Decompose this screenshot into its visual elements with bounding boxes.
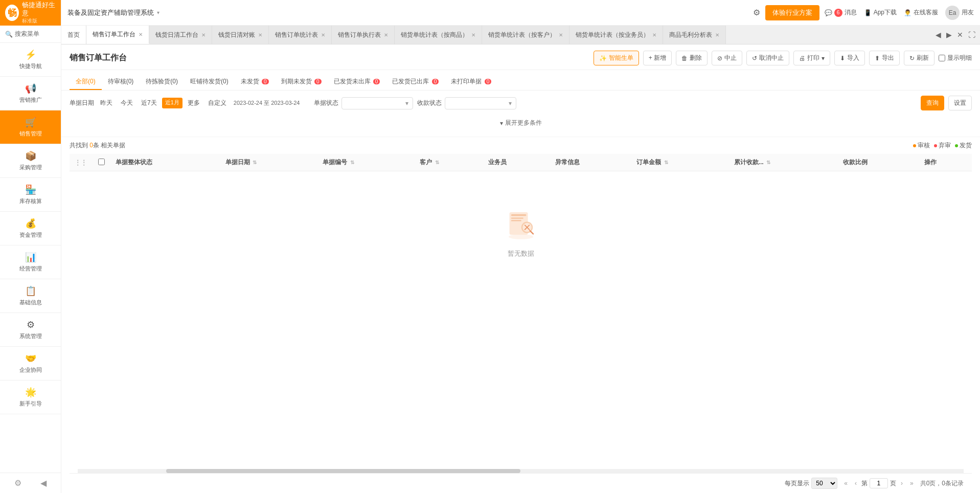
sidebar-item-finance[interactable]: 💰 资金管理: [0, 212, 61, 245]
show-detail-input[interactable]: [939, 55, 945, 61]
subtab-shipped-not-out[interactable]: 已发货未出库 0: [328, 74, 386, 90]
cancel-stop-button[interactable]: ↺ 取消中止: [746, 51, 789, 65]
settings-bottom-icon[interactable]: ⚙: [14, 478, 21, 488]
stop-button[interactable]: ⊘ 中止: [712, 51, 742, 65]
col-amount[interactable]: 订单金额 ⇅: [631, 154, 728, 171]
subtab-pending-check[interactable]: 待拣验货(0): [140, 74, 184, 90]
first-page-btn[interactable]: «: [841, 479, 850, 488]
date-opt-more[interactable]: 更多: [185, 98, 203, 108]
ai-generate-button[interactable]: ✨ 智能生单: [594, 51, 639, 65]
print-button[interactable]: 🖨 打印 ▾: [793, 51, 830, 65]
service-icon: 👨‍💼: [904, 9, 911, 16]
tab-cash-daily[interactable]: 钱货日清工作台 ✕: [149, 26, 212, 44]
show-detail-checkbox[interactable]: 显示明细: [939, 54, 972, 62]
col-accumulated[interactable]: 累计收款... ⇅: [729, 154, 838, 171]
prev-page-btn[interactable]: ‹: [852, 479, 859, 488]
not-printed-badge: 0: [485, 79, 492, 84]
tab-prev-btn[interactable]: ◀: [934, 31, 943, 39]
subtab-shipped-out[interactable]: 已发货已出库 0: [386, 74, 445, 90]
sidebar-item-purchase[interactable]: 📦 采购管理: [0, 144, 61, 178]
subtab-not-printed[interactable]: 未打印单据 0: [445, 74, 497, 90]
review-action-btn[interactable]: 审核: [913, 141, 930, 150]
collapse-icon[interactable]: ◀: [40, 478, 47, 488]
add-button[interactable]: + 新增: [643, 51, 672, 65]
user-btn[interactable]: Ea 用友: [945, 6, 974, 20]
tab-cash-daily-close[interactable]: ✕: [201, 32, 206, 38]
sidebar-item-sales[interactable]: 🛒 销售管理: [0, 110, 61, 144]
date-opt-today[interactable]: 今天: [118, 98, 136, 108]
tab-cash-reconcile[interactable]: 钱货日清对账 ✕: [212, 26, 269, 44]
subtab-all[interactable]: 全部(0): [70, 74, 102, 90]
tab-margin-analysis[interactable]: 商品毛利分析表 ✕: [663, 26, 726, 44]
tab-margin-analysis-close[interactable]: ✕: [715, 32, 719, 38]
app-download-btn[interactable]: 📱 App下载: [864, 8, 897, 17]
message-icon: 💬: [825, 9, 832, 16]
sidebar-item-system[interactable]: ⚙ 系统管理: [0, 313, 61, 347]
ship-action-btn[interactable]: 发货: [955, 141, 972, 150]
tab-sales-summary-staff-close[interactable]: ✕: [652, 32, 656, 38]
sidebar-item-guide[interactable]: 🌟 新手引导: [0, 380, 61, 414]
status-select[interactable]: ▾: [341, 97, 413, 109]
filter-settings-button[interactable]: 设置: [948, 96, 972, 110]
page-number-input[interactable]: [870, 478, 888, 488]
tab-sales-stats[interactable]: 销售订单统计表 ✕: [269, 26, 332, 44]
tab-close-all-btn[interactable]: ✕: [955, 31, 965, 39]
tab-sales-workbench[interactable]: 销售订单工作台 ✕: [86, 26, 149, 44]
tab-sales-exec[interactable]: 销售订单执行表 ✕: [332, 26, 395, 44]
scrollbar-thumb[interactable]: [166, 469, 520, 473]
subtab-wangpu[interactable]: 旺铺待发货(0): [184, 74, 235, 90]
tab-sales-summary-customer-close[interactable]: ✕: [559, 32, 563, 38]
subtab-pending-review[interactable]: 待审核(0): [102, 74, 140, 90]
topbar-settings-icon[interactable]: ⚙: [753, 8, 760, 17]
stop-label: 中止: [724, 54, 737, 62]
tab-sales-summary-staff[interactable]: 销货单统计表（按业务员） ✕: [569, 26, 663, 44]
date-opt-yesterday[interactable]: 昨天: [97, 98, 116, 108]
horizontal-scrollbar[interactable]: [78, 469, 964, 473]
col-customer[interactable]: 客户 ⇅: [415, 154, 483, 171]
date-opt-custom[interactable]: 自定义: [205, 98, 230, 108]
export-button[interactable]: ⬆ 导出: [869, 51, 900, 65]
system-dropdown-icon[interactable]: ▾: [157, 10, 159, 15]
col-checkbox[interactable]: [92, 154, 110, 171]
date-opt-month[interactable]: 近1月: [162, 98, 183, 108]
sidebar-search[interactable]: 🔍 搜索菜单: [0, 26, 61, 43]
payment-select[interactable]: ▾: [445, 97, 516, 109]
tab-sales-workbench-close[interactable]: ✕: [139, 32, 143, 37]
col-exception: 异常信息: [550, 154, 631, 171]
tab-sales-summary-product-close[interactable]: ✕: [471, 32, 475, 38]
empty-state: 暂无数据: [70, 171, 972, 289]
page-size-dropdown[interactable]: 20 50 100: [811, 478, 837, 489]
last-page-btn[interactable]: »: [907, 479, 916, 488]
select-all-checkbox[interactable]: [98, 159, 105, 165]
sidebar-item-basic[interactable]: 📋 基础信息: [0, 279, 61, 313]
subtab-expired-not-shipped[interactable]: 到期未发货 0: [275, 74, 328, 90]
subtab-not-shipped[interactable]: 未发货 0: [235, 74, 275, 90]
tab-sales-exec-close[interactable]: ✕: [384, 32, 388, 38]
sidebar-item-operations[interactable]: 📊 经营管理: [0, 245, 61, 279]
date-opt-7days[interactable]: 近7天: [138, 98, 160, 108]
tab-sales-summary-product[interactable]: 销货单统计表（按商品） ✕: [395, 26, 482, 44]
tab-sales-stats-close[interactable]: ✕: [321, 32, 325, 38]
delete-button[interactable]: 🗑 删除: [676, 51, 708, 65]
sidebar-item-cooperation[interactable]: 🤝 企业协同: [0, 347, 61, 380]
sidebar-item-quick-nav[interactable]: ⚡ 快捷导航: [0, 43, 61, 77]
page-suffix: 页: [890, 479, 896, 488]
sidebar-item-marketing[interactable]: 📢 营销推广: [0, 77, 61, 110]
tab-maximize-btn[interactable]: ⛶: [967, 31, 977, 39]
expand-filter-btn[interactable]: ▾ 展开更多条件: [496, 117, 546, 129]
message-btn[interactable]: 💬 6 消息: [825, 8, 857, 17]
trial-button[interactable]: 体验行业方案: [765, 5, 819, 20]
tab-next-btn[interactable]: ▶: [945, 31, 953, 39]
query-button[interactable]: 查询: [921, 96, 944, 110]
refresh-button[interactable]: ↻ 刷新: [904, 51, 935, 65]
online-service-btn[interactable]: 👨‍💼 在线客服: [904, 8, 938, 17]
cancel-review-action-btn[interactable]: 弃审: [934, 141, 951, 150]
import-button[interactable]: ⬇ 导入: [834, 51, 865, 65]
tab-cash-reconcile-close[interactable]: ✕: [258, 32, 262, 38]
next-page-btn[interactable]: ›: [898, 479, 905, 488]
tab-home[interactable]: 首页: [61, 26, 86, 44]
col-number[interactable]: 单据编号 ⇅: [317, 154, 415, 171]
sidebar-item-inventory[interactable]: 🏪 库存核算: [0, 178, 61, 212]
col-date[interactable]: 单据日期 ⇅: [220, 154, 317, 171]
tab-sales-summary-customer[interactable]: 销货单统计表（按客户） ✕: [482, 26, 569, 44]
